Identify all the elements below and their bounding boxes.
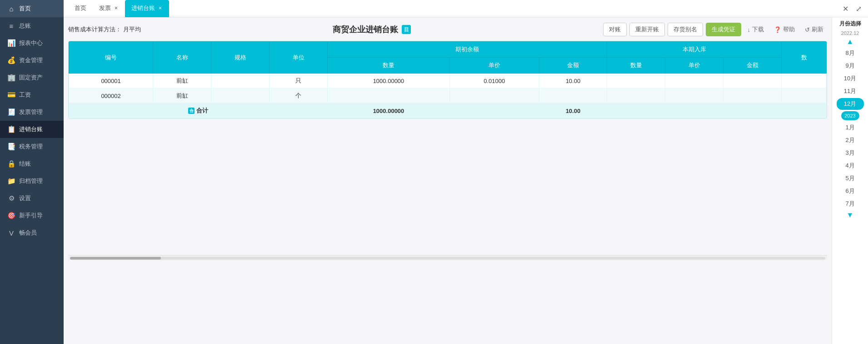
inventory-table: 编号 名称 规格 单位 期初余额 本期入库 数 数量 单价 金额 数 bbox=[69, 41, 827, 118]
inventory-table-wrapper: 编号 名称 规格 单位 期初余额 本期入库 数 数量 单价 金额 数 bbox=[68, 41, 827, 119]
year-2022-label: 2022.12 bbox=[841, 30, 859, 36]
sidebar-item-member[interactable]: V 畅会员 bbox=[0, 224, 64, 241]
month-selector-title: 月份选择 bbox=[839, 20, 861, 28]
cell-inbound-qty bbox=[607, 74, 665, 88]
col-opening-qty: 数量 bbox=[328, 58, 449, 74]
page-title-area: 商贸企业进销台账 目 bbox=[333, 24, 411, 35]
assets-icon: 🏢 bbox=[7, 74, 15, 82]
wages-icon: 💳 bbox=[7, 91, 15, 99]
sidebar-item-invoices[interactable]: 🧾 发票管理 bbox=[0, 103, 64, 121]
cell-extra bbox=[782, 74, 827, 88]
sidebar-item-archive[interactable]: 📁 归档管理 bbox=[0, 172, 64, 190]
cell-spec bbox=[211, 74, 269, 88]
top-bar: 销售成本计算方法： 月平均 商贸企业进销台账 目 对账 重新开账 存货别名 bbox=[68, 23, 827, 36]
month-item-2023-4[interactable]: 4月 bbox=[837, 160, 864, 172]
page-title: 商贸企业进销台账 bbox=[333, 24, 398, 35]
month-item-2023-3[interactable]: 3月 bbox=[837, 147, 864, 159]
cost-method: 销售成本计算方法： 月平均 bbox=[68, 25, 141, 34]
sidebar-item-home[interactable]: ⌂ 首页 bbox=[0, 0, 64, 17]
main-panel: 销售成本计算方法： 月平均 商贸企业进销台账 目 对账 重新开账 存货别名 bbox=[64, 17, 832, 344]
month-item-2023-5[interactable]: 5月 bbox=[837, 172, 864, 184]
cell-code: 000001 bbox=[69, 74, 153, 88]
tab-invoice[interactable]: 发票 × bbox=[93, 0, 125, 17]
reopen-button[interactable]: 重新开账 bbox=[629, 23, 665, 36]
sidebar-item-funds[interactable]: 💰 资金管理 bbox=[0, 52, 64, 69]
download-button[interactable]: ↓ 下载 bbox=[744, 23, 768, 36]
total-label-cell: 合 合计 bbox=[69, 103, 328, 118]
sidebar-item-tax[interactable]: 📑 税务管理 bbox=[0, 138, 64, 155]
total-opening-qty: 1000.00000 bbox=[328, 103, 449, 118]
month-item-2023-1[interactable]: 1月 bbox=[837, 122, 864, 133]
tab-home[interactable]: 首页 bbox=[68, 0, 93, 17]
guide-icon: 🎯 bbox=[7, 211, 15, 220]
month-scroll-up-button[interactable]: ▲ bbox=[846, 37, 855, 47]
tab-invoice-close[interactable]: × bbox=[114, 5, 119, 11]
sidebar-item-reports[interactable]: 📊 报表中心 bbox=[0, 34, 64, 52]
settings-icon: ⚙ bbox=[7, 194, 15, 202]
cell-inbound-amount bbox=[723, 74, 782, 88]
sidebar-item-wages[interactable]: 💳 工资 bbox=[0, 86, 64, 103]
col-header-code: 编号 bbox=[69, 42, 153, 74]
month-item-12[interactable]: 12月 bbox=[837, 98, 864, 110]
cell-opening-price bbox=[449, 88, 539, 103]
window-close-button[interactable]: ✕ bbox=[841, 4, 850, 14]
month-item-2023-7[interactable]: 7月 bbox=[837, 198, 864, 210]
window-controls: ✕ ⤢ bbox=[841, 4, 863, 14]
total-opening-price bbox=[449, 103, 539, 118]
col-header-extra: 数 bbox=[782, 42, 827, 74]
sidebar-item-guide[interactable]: 🎯 新手引导 bbox=[0, 207, 64, 224]
col-header-unit: 单位 bbox=[269, 42, 328, 74]
title-edit-icon[interactable]: 目 bbox=[402, 25, 411, 34]
window-maximize-button[interactable]: ⤢ bbox=[854, 4, 863, 14]
month-item-2023-6[interactable]: 6月 bbox=[837, 185, 864, 197]
month-item-11[interactable]: 11月 bbox=[837, 85, 864, 97]
cell-inbound-price bbox=[665, 88, 723, 103]
sidebar-item-close[interactable]: 🔒 结账 bbox=[0, 155, 64, 172]
sidebar-item-ledger[interactable]: ≡ 总账 bbox=[0, 17, 64, 34]
invoices-icon: 🧾 bbox=[7, 108, 15, 116]
sidebar-item-settings[interactable]: ⚙ 设置 bbox=[0, 190, 64, 207]
home-icon: ⌂ bbox=[7, 5, 15, 13]
horizontal-scrollbar[interactable] bbox=[68, 255, 827, 260]
refresh-button[interactable]: ↺ 刷新 bbox=[801, 23, 827, 36]
col-group-inbound: 本期入库 bbox=[607, 42, 782, 58]
cell-opening-price: 0.01000 bbox=[449, 74, 539, 88]
sidebar-item-assets[interactable]: 🏢 固定资产 bbox=[0, 69, 64, 86]
cell-unit: 只 bbox=[269, 74, 328, 88]
total-icon: 合 bbox=[188, 108, 195, 114]
action-buttons: 对账 重新开账 存货别名 生成凭证 ↓ 下载 ❓ 帮助 bbox=[603, 23, 828, 36]
save-alias-button[interactable]: 存货别名 bbox=[668, 23, 703, 36]
col-opening-price: 单价 bbox=[449, 58, 539, 74]
month-item-9[interactable]: 9月 bbox=[837, 60, 864, 72]
reconcile-button[interactable]: 对账 bbox=[603, 23, 627, 36]
scroll-track bbox=[70, 257, 825, 260]
table-row: 000002 前缸 个 bbox=[69, 88, 827, 103]
cell-spec bbox=[211, 88, 269, 103]
month-item-2023-2[interactable]: 2月 bbox=[837, 134, 864, 146]
tab-bar: 首页 发票 × 进销台账 × ✕ ⤢ bbox=[64, 0, 868, 17]
sidebar: ⌂ 首页 ≡ 总账 📊 报表中心 💰 资金管理 🏢 固定资产 💳 工资 🧾 发票… bbox=[0, 0, 64, 344]
col-inbound-price: 单价 bbox=[665, 58, 723, 74]
reports-icon: 📊 bbox=[7, 39, 15, 47]
table-row: 000001 前缸 只 1000.00000 0.01000 10.00 bbox=[69, 74, 827, 88]
total-inbound-amount bbox=[723, 103, 782, 118]
close-account-icon: 🔒 bbox=[7, 160, 15, 168]
cell-opening-qty bbox=[328, 88, 449, 103]
sidebar-item-inventory[interactable]: 📋 进销台账 bbox=[0, 121, 64, 138]
cell-name: 前缸 bbox=[153, 74, 211, 88]
month-item-10[interactable]: 10月 bbox=[837, 73, 864, 84]
cell-opening-qty: 1000.00000 bbox=[328, 74, 449, 88]
help-button[interactable]: ❓ 帮助 bbox=[770, 23, 798, 36]
cell-opening-amount bbox=[539, 88, 607, 103]
tab-inventory[interactable]: 进销台账 × bbox=[125, 0, 169, 17]
month-scroll-down-button[interactable]: ▼ bbox=[846, 210, 855, 220]
generate-voucher-button[interactable]: 生成凭证 bbox=[706, 23, 741, 36]
col-group-opening: 期初余额 bbox=[328, 42, 607, 58]
tab-inventory-close[interactable]: × bbox=[158, 5, 163, 11]
tax-icon: 📑 bbox=[7, 143, 15, 151]
month-item-8[interactable]: 8月 bbox=[837, 47, 864, 59]
cell-inbound-amount bbox=[723, 88, 782, 103]
col-header-name: 名称 bbox=[153, 42, 211, 74]
cell-name: 前缸 bbox=[153, 88, 211, 103]
total-inbound-price bbox=[665, 103, 723, 118]
